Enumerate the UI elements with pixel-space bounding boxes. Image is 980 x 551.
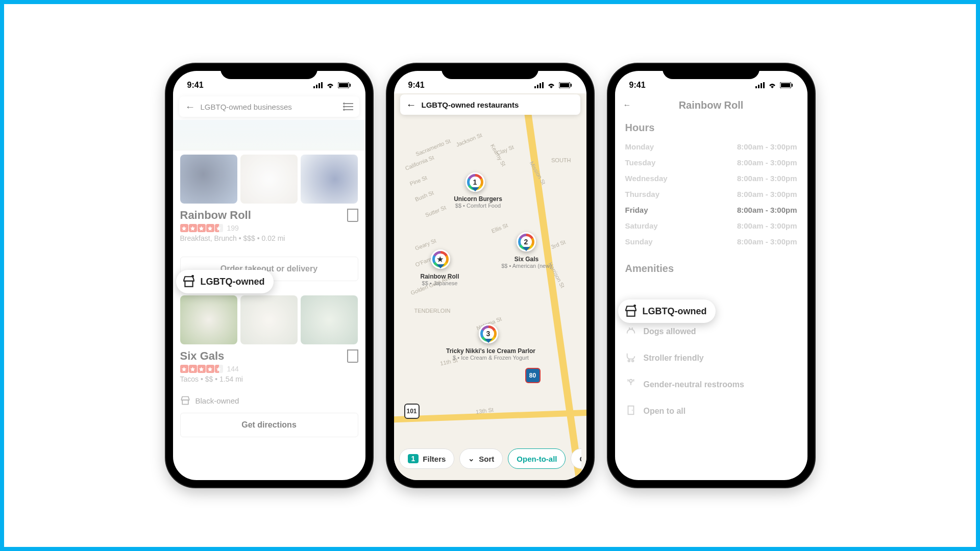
- search-bar[interactable]: ← LGBTQ-owned restaurants: [400, 94, 580, 115]
- cell-signal-icon: [534, 82, 544, 88]
- chevron-down-icon: ⌄: [468, 454, 475, 463]
- get-directions-button[interactable]: Get directions: [180, 413, 358, 437]
- biz-photo[interactable]: [240, 155, 298, 204]
- pin-label-2: Six Gals $$ • American (new): [491, 256, 562, 269]
- biz-name: Six Gals: [180, 349, 225, 363]
- svg-rect-25: [763, 82, 765, 88]
- svg-rect-3: [321, 82, 323, 88]
- biz-photo[interactable]: [180, 155, 237, 204]
- wifi-icon: [547, 82, 556, 88]
- street-label: Jackson St: [455, 132, 482, 147]
- biz-photo[interactable]: [301, 295, 358, 344]
- street-label: 3rd St: [550, 239, 567, 250]
- amenity-row: Open to all: [625, 398, 797, 424]
- lgbtq-owned-badge: LGBTQ-owned: [618, 299, 716, 323]
- bookmark-icon[interactable]: [347, 209, 358, 222]
- amenity-row: Gender-neutral restrooms: [625, 371, 797, 398]
- cell-signal-icon: [313, 82, 323, 88]
- amenity-label: Stroller friendly: [644, 354, 704, 363]
- hours-day: Monday: [625, 142, 654, 151]
- hours-row: Monday8:00am - 3:00pm: [625, 139, 797, 155]
- street-label: Pine St: [409, 174, 428, 187]
- svg-point-33: [631, 328, 633, 329]
- hours-day: Sunday: [625, 237, 653, 246]
- chip-overflow[interactable]: Ope: [571, 448, 581, 469]
- highway-shield-80: 80: [525, 368, 541, 383]
- hours-time: 8:00am - 3:00pm: [737, 158, 797, 167]
- battery-icon: [338, 82, 351, 88]
- filter-bar: 1 Filters ⌄ Sort Open-to-all Ope: [399, 448, 581, 469]
- detail-header: ← Rainbow Roll: [615, 93, 807, 117]
- back-arrow-icon[interactable]: ←: [623, 101, 631, 110]
- map-peek: [173, 120, 365, 151]
- svg-rect-28: [792, 84, 793, 87]
- search-query: LGBTQ-owned businesses: [201, 103, 338, 111]
- map-pin-1[interactable]: 1: [465, 172, 485, 192]
- svg-rect-5: [339, 83, 348, 87]
- hours-row: Tuesday8:00am - 3:00pm: [625, 155, 797, 170]
- bookmark-icon[interactable]: [347, 349, 358, 363]
- highway-shield-101: 101: [404, 404, 420, 419]
- page-title: Rainbow Roll: [679, 99, 744, 111]
- hours-row: Thursday8:00am - 3:00pm: [625, 186, 797, 202]
- phone-mockup-1: 9:41 ← LGBTQ-owned businesses: [166, 64, 373, 487]
- status-time: 9:41: [629, 81, 646, 90]
- svg-point-32: [628, 328, 630, 329]
- store-heart-icon: [182, 275, 195, 288]
- pin-label-3: Tricky Nikki's Ice Cream Parlor $ • Ice …: [435, 347, 547, 361]
- hours-day: Thursday: [625, 190, 660, 198]
- svg-rect-29: [627, 311, 634, 316]
- hours-day: Saturday: [625, 221, 658, 230]
- filters-chip[interactable]: 1 Filters: [399, 448, 455, 469]
- amenity-row: Stroller friendly: [625, 345, 797, 371]
- stroller-icon: [625, 352, 636, 365]
- svg-rect-6: [350, 84, 351, 87]
- biz-card-six-gals[interactable]: Six Gals 144 Tacos • $$ • 1.54 mi: [173, 291, 365, 390]
- open-to-all-chip[interactable]: Open-to-all: [508, 448, 566, 469]
- hours-row: Friday8:00am - 3:00pm: [625, 202, 797, 218]
- list-toggle-icon[interactable]: [343, 103, 353, 111]
- svg-rect-20: [560, 83, 569, 87]
- hours-row: Sunday8:00am - 3:00pm: [625, 234, 797, 249]
- map-pin-3[interactable]: 3: [479, 324, 498, 343]
- svg-rect-2: [318, 83, 320, 88]
- wifi-icon: [768, 82, 777, 88]
- back-arrow-icon[interactable]: ←: [185, 102, 195, 112]
- street-label: SOUTH: [551, 157, 571, 163]
- hours-time: 8:00am - 3:00pm: [737, 142, 797, 151]
- svg-rect-0: [313, 86, 315, 88]
- svg-rect-18: [542, 82, 544, 88]
- biz-photo[interactable]: [180, 295, 237, 344]
- svg-point-10: [343, 103, 345, 105]
- hours-day: Tuesday: [625, 158, 656, 167]
- pin-label-1: Unicorn Burgers $$ • Comfort Food: [440, 195, 517, 209]
- biz-photo[interactable]: [301, 155, 358, 204]
- street-label: Ellis St: [490, 222, 508, 234]
- sort-chip[interactable]: ⌄ Sort: [459, 448, 503, 469]
- dog-icon: [625, 325, 636, 338]
- map-pin-star[interactable]: ★: [431, 249, 450, 269]
- amenities-heading: Amenities: [625, 263, 797, 274]
- hours-row: Wednesday8:00am - 3:00pm: [625, 170, 797, 186]
- map-view[interactable]: Sacramento St California St Pine St Bush…: [394, 93, 586, 480]
- biz-name: Rainbow Roll: [180, 209, 251, 222]
- svg-rect-1: [316, 85, 317, 88]
- biz-card-rainbow-roll[interactable]: Rainbow Roll 199 Breakfast, Brunch • $$$…: [173, 151, 365, 249]
- phone-notch: [220, 64, 317, 79]
- map-pin-2[interactable]: 2: [517, 232, 536, 252]
- hours-time: 8:00am - 3:00pm: [737, 221, 797, 230]
- rating-stars: [180, 365, 223, 373]
- review-count: 144: [227, 365, 239, 373]
- amenities-section: Amenities: [615, 255, 807, 285]
- svg-point-36: [629, 380, 632, 383]
- store-heart-icon: [180, 395, 190, 406]
- hours-time: 8:00am - 3:00pm: [737, 237, 797, 246]
- search-bar[interactable]: ← LGBTQ-owned businesses: [179, 96, 359, 117]
- back-arrow-icon[interactable]: ←: [406, 99, 416, 110]
- hours-time: 8:00am - 3:00pm: [737, 174, 797, 183]
- svg-rect-21: [571, 84, 572, 87]
- hours-day: Friday: [625, 206, 648, 214]
- biz-photo[interactable]: [240, 295, 298, 344]
- biz-meta: Breakfast, Brunch • $$$ • 0.02 mi: [180, 234, 358, 242]
- street-label: Geary St: [414, 237, 437, 251]
